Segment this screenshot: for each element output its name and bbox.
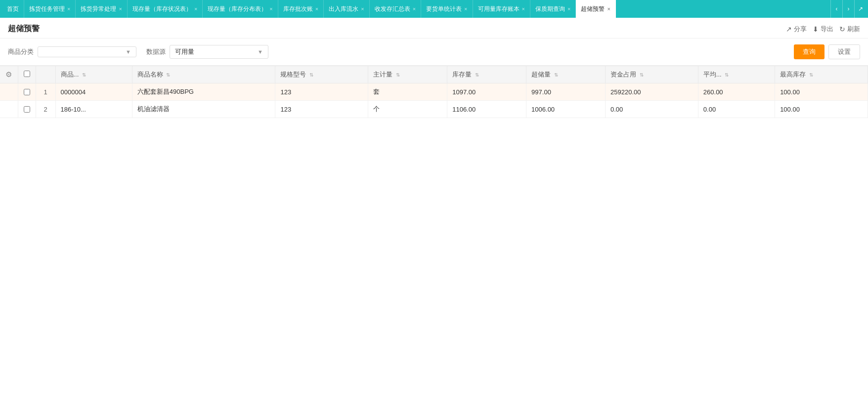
close-icon[interactable]: × <box>567 6 570 12</box>
th-spec-label: 规格型号 <box>280 71 306 78</box>
th-product-name-label: 商品名称 <box>137 71 163 78</box>
share-button[interactable]: ↗ 分享 <box>786 25 807 34</box>
th-product-name[interactable]: 商品名称 ⇅ <box>132 66 275 83</box>
row-settings-cell <box>0 101 18 118</box>
close-icon[interactable]: × <box>522 6 525 12</box>
close-icon[interactable]: × <box>315 6 318 12</box>
select-all-checkbox[interactable] <box>24 71 30 77</box>
row-checkbox[interactable] <box>24 89 30 95</box>
nav-tab-inout-flow[interactable]: 出入库流水 × <box>324 0 369 18</box>
nav-tab-inventory-status-label: 现存量（库存状况表） <box>132 5 192 13</box>
nav-expand-button[interactable]: ↗ <box>854 0 866 18</box>
row-overstock: 997.00 <box>526 83 606 101</box>
nav-tab-batch-account[interactable]: 库存批次账 × <box>278 0 324 18</box>
close-icon[interactable]: × <box>194 6 197 12</box>
nav-tab-overstock-warning-label: 超储预警 <box>581 5 605 13</box>
datasource-select[interactable]: 可用量 ▼ <box>170 45 268 59</box>
table-container: ⚙ 商品... ⇅ 商品名称 ⇅ 规格型号 <box>0 66 868 118</box>
sort-icon: ⇅ <box>475 72 479 78</box>
th-max-stock[interactable]: 最高库存 ⇅ <box>775 66 868 83</box>
close-icon[interactable]: × <box>361 6 364 12</box>
page-header: 超储预警 ↗ 分享 ⬇ 导出 ↻ 刷新 <box>0 18 868 39</box>
nav-tab-receive-summary-label: 收发存汇总表 <box>375 5 410 13</box>
gear-icon[interactable]: ⚙ <box>5 70 12 79</box>
th-stock[interactable]: 库存量 ⇅ <box>447 66 526 83</box>
th-capital[interactable]: 资金占用 ⇅ <box>606 66 698 83</box>
sort-icon: ⇅ <box>640 72 644 78</box>
sort-icon: ⇅ <box>166 72 170 78</box>
th-spec[interactable]: 规格型号 ⇅ <box>275 66 368 83</box>
close-icon[interactable]: × <box>67 6 70 12</box>
th-capital-label: 资金占用 <box>610 71 636 78</box>
close-icon[interactable]: × <box>413 6 416 12</box>
nav-tab-abnormal[interactable]: 拣货异常处理 × <box>76 0 127 18</box>
category-select[interactable]: ▼ <box>38 46 136 57</box>
row-index: 1 <box>36 83 55 101</box>
export-button[interactable]: ⬇ 导出 <box>813 25 833 34</box>
th-product-code[interactable]: 商品... ⇅ <box>55 66 132 83</box>
th-overstock[interactable]: 超储量 ⇅ <box>526 66 606 83</box>
th-checkbox <box>18 66 36 83</box>
row-product-name: 六配套新昌490BPG <box>132 83 275 101</box>
nav-prev-button[interactable]: ‹ <box>830 0 842 18</box>
refresh-icon: ↻ <box>839 25 845 33</box>
nav-tab-home-label: 首页 <box>7 5 19 13</box>
row-avg: 0.00 <box>698 101 775 118</box>
nav-next-button[interactable]: › <box>842 0 854 18</box>
th-unit[interactable]: 主计量 ⇅ <box>368 66 447 83</box>
query-button[interactable]: 查询 <box>794 44 825 59</box>
category-filter: 商品分类 ▼ <box>8 46 136 57</box>
sort-icon: ⇅ <box>725 72 729 78</box>
row-avg: 260.00 <box>698 83 775 101</box>
share-icon: ↗ <box>786 25 792 33</box>
refresh-label: 刷新 <box>847 25 860 34</box>
nav-tab-inventory-dist[interactable]: 现存量（库存分布表） × <box>203 0 278 18</box>
nav-tab-order-stats-label: 要货单统计表 <box>426 5 462 13</box>
row-stock: 1106.00 <box>447 101 526 118</box>
settings-button[interactable]: 设置 <box>828 44 860 59</box>
nav-arrows: ‹ › ↗ <box>830 0 866 18</box>
page-container: 超储预警 ↗ 分享 ⬇ 导出 ↻ 刷新 商品分类 ▼ 数据源 <box>0 18 868 395</box>
nav-tab-overstock-warning[interactable]: 超储预警 × <box>576 0 615 18</box>
top-nav: 首页 拣货任务管理 × 拣货异常处理 × 现存量（库存状况表） × 现存量（库存… <box>0 0 868 18</box>
refresh-button[interactable]: ↻ 刷新 <box>839 25 860 34</box>
row-checkbox-cell <box>18 83 36 101</box>
nav-tab-home[interactable]: 首页 <box>2 0 24 18</box>
nav-tab-batch-account-label: 库存批次账 <box>283 5 313 13</box>
row-checkbox-cell <box>18 101 36 118</box>
close-icon[interactable]: × <box>269 6 272 12</box>
th-unit-label: 主计量 <box>373 71 392 78</box>
close-icon[interactable]: × <box>119 6 122 12</box>
nav-tab-available-ledger[interactable]: 可用量库存账本 × <box>473 0 530 18</box>
filter-area: 商品分类 ▼ 数据源 可用量 ▼ 查询 设置 <box>0 39 868 66</box>
row-unit: 个 <box>368 101 447 118</box>
chevron-down-icon: ▼ <box>126 49 131 55</box>
nav-tab-task-mgmt[interactable]: 拣货任务管理 × <box>24 0 76 18</box>
datasource-label: 数据源 <box>146 47 166 56</box>
nav-tab-quality-check-label: 保质期查询 <box>535 5 565 13</box>
th-settings[interactable]: ⚙ <box>0 66 18 83</box>
nav-tab-receive-summary[interactable]: 收发存汇总表 × <box>370 0 421 18</box>
table-row: 1 0000004 六配套新昌490BPG 123 套 1097.00 997.… <box>0 83 868 101</box>
close-icon[interactable]: × <box>464 6 467 12</box>
nav-tab-order-stats[interactable]: 要货单统计表 × <box>421 0 473 18</box>
row-index: 2 <box>36 101 55 118</box>
nav-tab-quality-check[interactable]: 保质期查询 × <box>530 0 576 18</box>
table-header-row: ⚙ 商品... ⇅ 商品名称 ⇅ 规格型号 <box>0 66 868 83</box>
nav-tab-inout-flow-label: 出入库流水 <box>329 5 358 13</box>
sort-icon: ⇅ <box>396 72 400 78</box>
datasource-filter: 数据源 可用量 ▼ <box>146 45 268 59</box>
row-max-stock: 100.00 <box>775 83 868 101</box>
th-avg[interactable]: 平均... ⇅ <box>698 66 775 83</box>
row-checkbox[interactable] <box>24 106 30 113</box>
th-index <box>36 66 55 83</box>
row-unit: 套 <box>368 83 447 101</box>
th-stock-label: 库存量 <box>452 71 472 78</box>
chevron-down-icon: ▼ <box>258 49 263 55</box>
row-product-code: 0000004 <box>55 83 132 101</box>
nav-tab-inventory-status[interactable]: 现存量（库存状况表） × <box>128 0 203 18</box>
th-product-code-label: 商品... <box>61 71 79 78</box>
page-title: 超储预警 <box>8 24 40 34</box>
close-icon[interactable]: × <box>607 6 610 12</box>
datasource-value-text: 可用量 <box>175 47 194 56</box>
